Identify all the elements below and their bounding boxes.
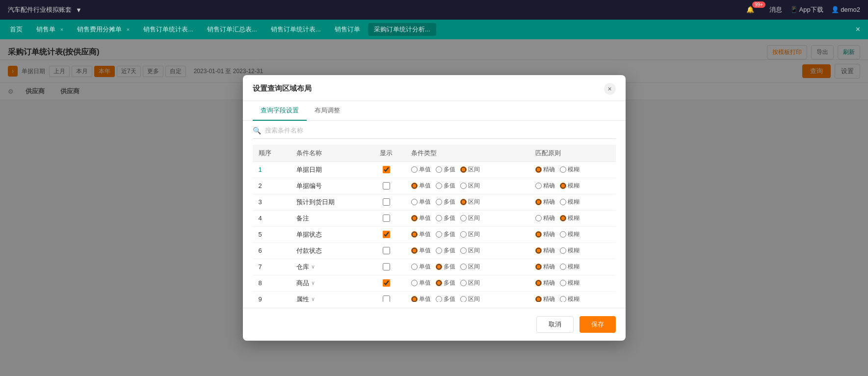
row-type: 单值多值区间 <box>405 259 529 275</box>
nav-tab4[interactable]: 销售订单汇总表... <box>201 23 263 36</box>
close-sales-order-tab[interactable]: × <box>60 27 63 32</box>
match-radio-item[interactable]: 精确 <box>535 214 555 222</box>
match-radio-item[interactable]: 精确 <box>535 230 555 239</box>
match-radio-item[interactable]: 精确 <box>535 182 555 190</box>
display-checkbox[interactable] <box>383 231 390 238</box>
type-radio-item[interactable]: 单值 <box>411 165 431 174</box>
row-display <box>368 178 405 194</box>
row-name: 付款状态 <box>290 242 368 259</box>
type-radio-item[interactable]: 区间 <box>460 198 480 206</box>
row-match: 精确模糊 <box>529 275 616 291</box>
row-display <box>368 210 405 226</box>
match-radio-item[interactable]: 模糊 <box>560 165 579 174</box>
type-radio-item[interactable]: 多值 <box>436 279 455 287</box>
type-radio-item[interactable]: 单值 <box>411 295 431 302</box>
type-radio-item[interactable]: 区间 <box>460 214 480 222</box>
row-match: 精确模糊 <box>529 291 616 302</box>
row-name: 备注 <box>290 210 368 226</box>
nav-active-tab[interactable]: 采购订单统计分析... <box>368 23 436 36</box>
row-name: 仓库∨ <box>290 259 368 275</box>
match-radio-item[interactable]: 模糊 <box>560 230 579 239</box>
row-type: 单值多值区间 <box>405 194 529 210</box>
nav-tab6[interactable]: 销售订单 <box>329 23 366 36</box>
display-checkbox[interactable] <box>383 198 390 206</box>
match-radio-item[interactable]: 模糊 <box>560 214 579 222</box>
type-radio-item[interactable]: 单值 <box>411 279 431 287</box>
match-radio-item[interactable]: 模糊 <box>560 182 579 190</box>
modal-body: 🔍 顺序 条件名称 显示 条件类型 匹配原则 <box>243 121 626 308</box>
type-radio-item[interactable]: 多值 <box>436 263 455 271</box>
cancel-button[interactable]: 取消 <box>536 316 574 333</box>
type-radio-item[interactable]: 多值 <box>436 165 455 174</box>
display-checkbox[interactable] <box>383 166 390 173</box>
tab-layout-adjust[interactable]: 布局调整 <box>307 101 348 121</box>
top-bar-actions: 🔔99+ 消息 📱 App下载 👤 demo2 <box>746 5 860 14</box>
type-radio-item[interactable]: 区间 <box>460 295 480 302</box>
display-checkbox[interactable] <box>383 182 390 189</box>
match-radio-item[interactable]: 精确 <box>535 263 555 271</box>
row-order: 6 <box>253 242 290 259</box>
row-type: 单值多值区间 <box>405 210 529 226</box>
row-match: 精确模糊 <box>529 242 616 259</box>
modal-header: 设置查询区域布局 × <box>243 75 626 101</box>
display-checkbox[interactable] <box>383 247 390 254</box>
match-radio-item[interactable]: 精确 <box>535 279 555 287</box>
tab-query-fields[interactable]: 查询字段设置 <box>253 101 307 121</box>
row-match: 精确模糊 <box>529 161 616 178</box>
close-sales-expense-tab[interactable]: × <box>127 27 130 32</box>
close-all-tabs[interactable]: × <box>852 25 864 34</box>
match-radio-item[interactable]: 模糊 <box>560 295 579 302</box>
type-radio-item[interactable]: 区间 <box>460 165 480 174</box>
type-radio-item[interactable]: 多值 <box>436 198 455 206</box>
type-radio-item[interactable]: 区间 <box>460 182 480 190</box>
nav-tab5[interactable]: 销售订单统计表... <box>265 23 327 36</box>
table-row: 2单据编号单值多值区间精确模糊 <box>253 178 616 194</box>
type-radio-item[interactable]: 多值 <box>436 295 455 302</box>
condition-search-box: 🔍 <box>253 127 616 139</box>
type-radio-item[interactable]: 多值 <box>436 182 455 190</box>
nav-home[interactable]: 首页 <box>4 23 28 36</box>
type-radio-item[interactable]: 区间 <box>460 263 480 271</box>
display-checkbox[interactable] <box>383 279 390 287</box>
type-radio-item[interactable]: 多值 <box>436 230 455 239</box>
row-order: 8 <box>253 275 290 291</box>
condition-search-input[interactable] <box>265 127 363 134</box>
app-download-area[interactable]: 📱 App下载 <box>790 5 823 14</box>
match-radio-item[interactable]: 精确 <box>535 295 555 302</box>
type-radio-item[interactable]: 多值 <box>436 246 455 255</box>
match-radio-item[interactable]: 模糊 <box>560 279 579 287</box>
user-avatar[interactable]: 👤 demo2 <box>831 6 860 13</box>
nav-sales-order-stats[interactable]: 销售订单统计表... <box>137 23 199 36</box>
row-name: 单据编号 <box>290 178 368 194</box>
display-checkbox[interactable] <box>383 295 390 302</box>
type-radio-item[interactable]: 单值 <box>411 214 431 222</box>
app-title-area: 汽车配件行业模拟账套 ▼ <box>8 5 82 14</box>
table-row: 3预计到货日期单值多值区间精确模糊 <box>253 194 616 210</box>
match-radio-item[interactable]: 精确 <box>535 165 555 174</box>
display-checkbox[interactable] <box>383 263 390 270</box>
display-checkbox[interactable] <box>383 215 390 222</box>
modal-close-button[interactable]: × <box>604 83 616 95</box>
nav-sales-expense-split[interactable]: 销售费用分摊单 × <box>71 23 135 36</box>
type-radio-item[interactable]: 区间 <box>460 246 480 255</box>
modal-footer: 取消 保存 <box>243 308 626 341</box>
save-button[interactable]: 保存 <box>579 316 616 333</box>
type-radio-item[interactable]: 单值 <box>411 263 431 271</box>
type-radio-item[interactable]: 区间 <box>460 279 480 287</box>
type-radio-item[interactable]: 单值 <box>411 246 431 255</box>
type-radio-item[interactable]: 单值 <box>411 182 431 190</box>
match-radio-item[interactable]: 精确 <box>535 246 555 255</box>
match-radio-item[interactable]: 模糊 <box>560 198 579 206</box>
type-radio-item[interactable]: 单值 <box>411 230 431 239</box>
nav-sales-order[interactable]: 销售单 × <box>30 23 69 36</box>
match-radio-item[interactable]: 模糊 <box>560 246 579 255</box>
type-radio-item[interactable]: 多值 <box>436 214 455 222</box>
notification-area[interactable]: 🔔99+ 消息 <box>746 5 782 14</box>
match-radio-item[interactable]: 精确 <box>535 198 555 206</box>
table-row: 1单据日期单值多值区间精确模糊 <box>253 161 616 178</box>
app-title-dropdown-icon[interactable]: ▼ <box>76 6 82 14</box>
chevron-down-icon: ∨ <box>311 280 315 286</box>
match-radio-item[interactable]: 模糊 <box>560 263 579 271</box>
type-radio-item[interactable]: 单值 <box>411 198 431 206</box>
type-radio-item[interactable]: 区间 <box>460 230 480 239</box>
